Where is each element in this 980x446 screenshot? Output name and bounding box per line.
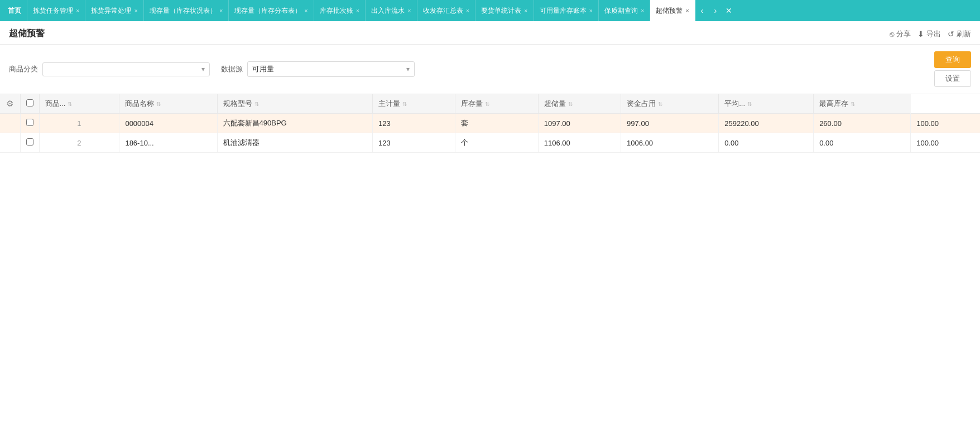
refresh-button[interactable]: ↺ 刷新 — [948, 29, 971, 39]
nav-tab-expiry[interactable]: 保质期查询 × — [599, 0, 650, 21]
row-settings-cell — [0, 114, 20, 133]
sort-icon: ⇅ — [568, 101, 573, 107]
nav-arrow-right[interactable]: › — [709, 0, 722, 21]
nav-arrow-left[interactable]: ‹ — [695, 0, 709, 21]
sort-icon: ⇅ — [254, 101, 259, 107]
nav-tab-stock-status[interactable]: 现存量（库存状况表） × — [144, 0, 229, 21]
nav-arrow-close[interactable]: ✕ — [722, 0, 736, 21]
table-container: ⚙ 商品... ⇅ 商品名称 ⇅ — [0, 94, 980, 153]
table-header-row: ⚙ 商品... ⇅ 商品名称 ⇅ — [0, 94, 980, 114]
row-checkbox[interactable] — [26, 119, 33, 126]
row-settings-cell — [0, 133, 20, 153]
row-num: 2 — [39, 133, 119, 153]
sort-icon: ⇅ — [485, 101, 489, 107]
page-content: 超储预警 ⎋ 分享 ⬇ 导出 ↺ 刷新 商品分类 ▾ 数据源 — [0, 21, 980, 446]
top-nav: 首页 拣货任务管理 × 拣货异常处理 × 现存量（库存状况表） × 现存量（库存… — [0, 0, 980, 21]
table-body: 1 0000004 六配套新昌490BPG 123 套 1097.00 997.… — [0, 114, 980, 153]
nav-tab-batch-account[interactable]: 库存批次账 × — [314, 0, 366, 21]
close-icon[interactable]: × — [76, 7, 79, 14]
row-overstock: 1006.00 — [621, 133, 719, 153]
nav-tab-task-mgmt[interactable]: 拣货任务管理 × — [27, 0, 85, 21]
row-product-name: 机油滤清器 — [217, 133, 372, 153]
data-table: ⚙ 商品... ⇅ 商品名称 ⇅ — [0, 94, 980, 153]
th-overstock[interactable]: 超储量 ⇅ — [538, 94, 621, 114]
chevron-down-icon: ▾ — [201, 65, 205, 73]
share-button[interactable]: ⎋ 分享 — [890, 29, 911, 39]
page-title: 超储预警 — [9, 28, 45, 40]
share-icon: ⎋ — [890, 30, 894, 38]
nav-tab-available-book[interactable]: 可用量库存账本 × — [534, 0, 599, 21]
filter-bar: 商品分类 ▾ 数据源 可用量 ▾ 查询 设置 — [0, 45, 980, 94]
page-header: 超储预警 ⎋ 分享 ⬇ 导出 ↺ 刷新 — [0, 21, 980, 45]
close-icon[interactable]: × — [466, 7, 469, 14]
th-unit[interactable]: 主计量 ⇅ — [373, 94, 455, 114]
export-icon: ⬇ — [917, 30, 924, 38]
nav-tab-order-stats[interactable]: 要货单统计表 × — [475, 0, 534, 21]
close-icon[interactable]: × — [407, 7, 411, 14]
sort-icon: ⇅ — [156, 101, 161, 107]
table-row: 1 0000004 六配套新昌490BPG 123 套 1097.00 997.… — [0, 114, 980, 133]
row-capital: 259220.00 — [719, 114, 814, 133]
category-select[interactable]: ▾ — [42, 62, 210, 76]
row-product-code: 186-10... — [119, 133, 217, 153]
filter-buttons: 查询 设置 — [934, 51, 971, 87]
datasource-select[interactable]: 可用量 ▾ — [247, 61, 415, 77]
query-button[interactable]: 查询 — [934, 51, 971, 68]
th-checkbox — [20, 94, 39, 114]
select-all-checkbox[interactable] — [26, 99, 33, 106]
th-max-stock[interactable]: 最高库存 ⇅ — [814, 94, 911, 114]
category-filter: 商品分类 ▾ — [9, 62, 210, 76]
nav-tab-summary[interactable]: 收发存汇总表 × — [417, 0, 475, 21]
row-overstock: 997.00 — [621, 114, 719, 133]
th-avg[interactable]: 平均... ⇅ — [719, 94, 814, 114]
nav-tab-inout-flow[interactable]: 出入库流水 × — [366, 0, 417, 21]
row-product-code: 0000004 — [119, 114, 217, 133]
row-checkbox-cell — [20, 114, 39, 133]
row-unit: 套 — [455, 114, 538, 133]
row-unit: 个 — [455, 133, 538, 153]
th-capital[interactable]: 资金占用 ⇅ — [621, 94, 719, 114]
th-product-name[interactable]: 商品名称 ⇅ — [119, 94, 217, 114]
datasource-filter: 数据源 可用量 ▾ — [221, 61, 415, 77]
nav-tab-home[interactable]: 首页 — [2, 0, 27, 21]
datasource-label: 数据源 — [221, 64, 243, 74]
row-stock: 1097.00 — [538, 114, 621, 133]
row-spec: 123 — [373, 114, 455, 133]
close-icon[interactable]: × — [356, 7, 359, 14]
settings-button[interactable]: 设置 — [934, 70, 971, 87]
close-icon[interactable]: × — [134, 7, 137, 14]
row-spec: 123 — [373, 133, 455, 153]
datasource-value: 可用量 — [252, 64, 274, 74]
row-avg: 260.00 — [814, 114, 911, 133]
nav-tab-stock-dist[interactable]: 现存量（库存分布表） × — [229, 0, 314, 21]
close-icon[interactable]: × — [219, 7, 223, 14]
close-icon[interactable]: × — [524, 7, 527, 14]
nav-tab-overstock[interactable]: 超储预警 × — [650, 0, 695, 21]
close-icon[interactable]: × — [589, 7, 593, 14]
row-stock: 1106.00 — [538, 133, 621, 153]
sort-icon: ⇅ — [402, 101, 407, 107]
category-select-text — [47, 65, 201, 74]
chevron-down-icon: ▾ — [406, 65, 410, 73]
sort-icon: ⇅ — [68, 101, 72, 107]
th-product-code[interactable]: 商品... ⇅ — [39, 94, 119, 114]
row-product-name: 六配套新昌490BPG — [217, 114, 372, 133]
category-label: 商品分类 — [9, 64, 38, 74]
row-checkbox-cell — [20, 133, 39, 153]
export-button[interactable]: ⬇ 导出 — [917, 29, 941, 39]
sort-icon: ⇅ — [747, 101, 752, 107]
gear-icon[interactable]: ⚙ — [6, 99, 13, 108]
close-icon[interactable]: × — [304, 7, 308, 14]
th-spec[interactable]: 规格型号 ⇅ — [217, 94, 372, 114]
row-checkbox[interactable] — [26, 138, 33, 146]
nav-tab-exception[interactable]: 拣货异常处理 × — [85, 0, 143, 21]
row-num: 1 — [39, 114, 119, 133]
close-icon[interactable]: × — [641, 7, 644, 14]
sort-icon: ⇅ — [851, 101, 855, 107]
header-actions: ⎋ 分享 ⬇ 导出 ↺ 刷新 — [890, 29, 971, 39]
close-icon[interactable]: × — [685, 7, 689, 14]
th-stock[interactable]: 库存量 ⇅ — [455, 94, 538, 114]
th-settings: ⚙ — [0, 94, 20, 114]
row-avg: 0.00 — [814, 133, 911, 153]
row-max-stock: 100.00 — [911, 133, 980, 153]
